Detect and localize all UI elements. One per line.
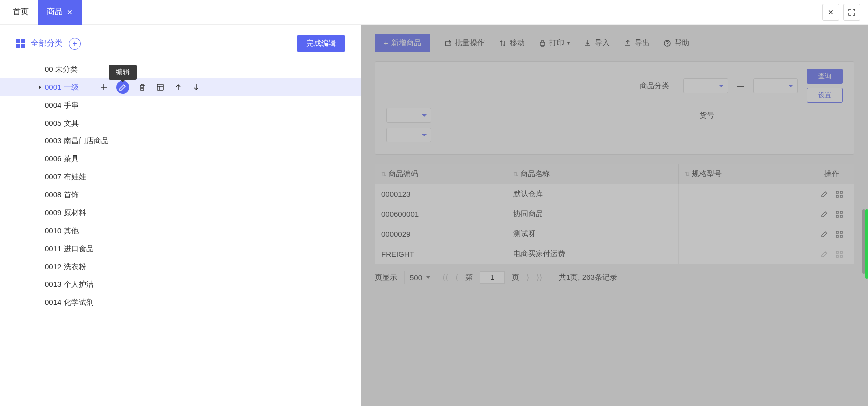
move-up-icon[interactable] xyxy=(173,82,183,92)
tree-item[interactable]: 0011 进口食品 xyxy=(0,240,361,258)
add-child-icon[interactable] xyxy=(99,82,108,92)
edit-tooltip: 编辑 xyxy=(109,65,137,80)
fullscreen-icon[interactable] xyxy=(843,4,860,21)
close-all-icon[interactable]: ✕ xyxy=(822,4,839,21)
page-scrollbar[interactable] xyxy=(865,209,868,279)
category-tree[interactable]: 00 未分类 0001 一级 编辑 0004 手串 0005 文具 0003 南 xyxy=(0,60,361,406)
tree-item[interactable]: 0008 首饰 xyxy=(0,186,361,204)
tab-products[interactable]: 商品 ✕ xyxy=(38,0,82,25)
tag-icon[interactable] xyxy=(155,82,165,92)
tree-item[interactable]: 00 未分类 xyxy=(0,60,361,78)
tree-item[interactable]: 0009 原材料 xyxy=(0,204,361,222)
category-panel: 全部分类 + 完成编辑 00 未分类 0001 一级 编辑 xyxy=(0,25,361,406)
tabs-bar: 首页 商品 ✕ ✕ xyxy=(0,0,868,25)
tree-item[interactable]: 0005 文具 xyxy=(0,114,361,132)
finish-edit-button[interactable]: 完成编辑 xyxy=(297,35,345,52)
close-icon[interactable]: ✕ xyxy=(67,8,73,16)
tree-item[interactable]: 0012 洗衣粉 xyxy=(0,258,361,275)
tree-item[interactable]: 0013 个人护洁 xyxy=(0,275,361,293)
product-panel: +新增商品 批量操作 移动 打印▾ 导入 导出 帮助 商品分类 — 查询 设置 xyxy=(361,25,868,406)
all-categories-label[interactable]: 全部分类 xyxy=(31,38,63,49)
svg-rect-0 xyxy=(157,84,163,90)
add-category-icon[interactable]: + xyxy=(69,38,81,50)
edit-icon[interactable]: 编辑 xyxy=(116,81,129,94)
tree-item[interactable]: 0004 手串 xyxy=(0,96,361,114)
tree-item[interactable]: 0006 茶具 xyxy=(0,150,361,168)
modal-overlay[interactable] xyxy=(361,25,868,406)
tab-home[interactable]: 首页 xyxy=(4,0,38,25)
delete-icon[interactable] xyxy=(137,82,147,92)
tree-item[interactable]: 0007 布娃娃 xyxy=(0,168,361,186)
tree-item[interactable]: 0003 南昌门店商品 xyxy=(0,132,361,150)
move-down-icon[interactable] xyxy=(191,82,201,92)
tree-item[interactable]: 0010 其他 xyxy=(0,222,361,240)
grid-icon xyxy=(16,39,25,48)
tree-item-selected[interactable]: 0001 一级 编辑 xyxy=(0,78,361,96)
tree-item[interactable]: 0014 化学试剂 xyxy=(0,293,361,311)
